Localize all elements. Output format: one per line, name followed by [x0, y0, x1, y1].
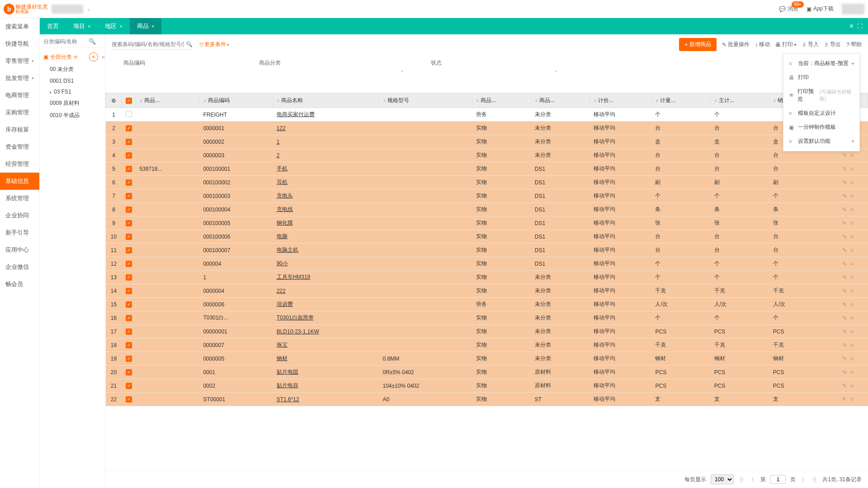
first-page-button[interactable]: |⟨ — [738, 476, 745, 483]
more-row-icon[interactable]: ⌗ — [850, 274, 854, 281]
row-checkbox-cell[interactable]: ✓ — [122, 176, 136, 189]
cell-name[interactable]: 钢化膜 — [273, 216, 379, 230]
filter-category-select[interactable]: ⌄ — [259, 68, 404, 75]
print-menu-current[interactable]: ⌗当前：商品标签-预置▾ — [783, 56, 859, 70]
cell-name[interactable]: 贴片电容 — [273, 379, 379, 393]
table-row[interactable]: 13✓1工具车HM318实物未分类移动平均个个个✎⌗ — [106, 271, 868, 284]
sidebar-item-搜索菜单[interactable]: 搜索菜单 — [0, 18, 39, 35]
sidebar-item-库存核算[interactable]: 库存核算 — [0, 121, 39, 138]
cell-name[interactable]: 手机 — [273, 162, 379, 176]
prev-page-button[interactable]: ⟨ — [750, 476, 756, 483]
close-icon[interactable]: × — [151, 23, 154, 29]
col-a[interactable]: ⇵商品... — [472, 94, 531, 108]
category-node[interactable]: 0009 原材料 — [43, 97, 105, 109]
print-menu-print[interactable]: 🖶打印 — [783, 70, 859, 84]
more-row-icon[interactable]: ⌗ — [850, 166, 854, 172]
filter-code-input[interactable] — [123, 68, 232, 75]
close-tab-icon[interactable]: × — [849, 22, 854, 30]
cell-name[interactable]: 培训费 — [273, 298, 379, 311]
col-spec[interactable]: ⇵规格型号 — [379, 94, 472, 108]
fullscreen-icon[interactable]: ⛶ — [857, 23, 863, 29]
col-name[interactable]: ⇵商品名称 — [273, 94, 379, 108]
row-checkbox-cell[interactable]: ✓ — [122, 338, 136, 352]
print-menu-template-custom[interactable]: ⌗模板自定义设计 — [783, 106, 859, 120]
cell-name[interactable]: 2 — [273, 149, 379, 162]
sidebar-item-基础信息[interactable]: 基础信息 — [0, 173, 39, 190]
edit-row-icon[interactable]: ✎ — [842, 234, 847, 240]
chevron-down-icon[interactable]: ⌄ — [87, 6, 90, 11]
cell-name[interactable]: 90小 — [273, 257, 379, 271]
new-product-button[interactable]: + 新增商品 — [679, 38, 717, 51]
edit-row-icon[interactable]: ✎ — [842, 274, 847, 281]
col-barcode[interactable]: ⇵商品... — [136, 94, 200, 108]
edit-row-icon[interactable]: ✎ — [842, 301, 847, 308]
col-gear[interactable]: ⚙ — [106, 94, 122, 108]
last-page-button[interactable]: ⟩| — [811, 476, 818, 483]
batch-button[interactable]: ✎批量操作 — [722, 41, 750, 48]
refresh-icon[interactable]: ⟳ — [74, 55, 77, 60]
cell-name[interactable]: 工具车HM318 — [273, 271, 379, 284]
sidebar-item-企业微信[interactable]: 企业微信 — [0, 258, 39, 276]
row-checkbox-cell[interactable]: ✓ — [122, 366, 136, 379]
table-row[interactable]: 20✓0001贴片电阻0R±5% 0402实物原材料移动平均PCSPCSPCS✎… — [106, 366, 868, 379]
row-checkbox-cell[interactable]: ✓ — [122, 325, 136, 338]
table-row[interactable]: 21✓0002贴片电容104±10% 0402实物原材料移动平均PCSPCSPC… — [106, 379, 868, 393]
col-code[interactable]: ⇵商品编码 — [199, 94, 273, 108]
table-row[interactable]: 17✓00000001BLD10-23-1.1KW实物未分类移动平均PCSPCS… — [106, 325, 868, 338]
more-row-icon[interactable]: ⌗ — [850, 247, 854, 253]
tab-首页[interactable]: 首页 — [40, 18, 66, 34]
cell-name[interactable]: 1 — [273, 135, 379, 149]
import-button[interactable]: ⇩导入 — [802, 41, 819, 48]
table-row[interactable]: 5✓539718...000100001手机实物DS1移动平均台台台✎⌗ — [106, 162, 868, 176]
more-row-icon[interactable]: ⌗ — [850, 356, 854, 362]
col-e[interactable]: ⇵主计... — [711, 94, 769, 108]
table-row[interactable]: 18✓0000007珠宝实物未分类移动平均千克千克千克✎⌗ — [106, 338, 868, 352]
row-checkbox-cell[interactable]: ✓ — [122, 257, 136, 271]
more-row-icon[interactable]: ⌗ — [850, 383, 854, 389]
sidebar-item-批发管理[interactable]: 批发管理▾ — [0, 70, 39, 87]
search-icon[interactable]: 🔍 — [186, 41, 193, 47]
row-checkbox-cell[interactable]: ✓ — [122, 284, 136, 298]
category-search-input[interactable] — [43, 38, 89, 45]
cell-name[interactable]: 电脑主机 — [273, 244, 379, 257]
print-menu-preview[interactable]: 👁打印预览(可编辑当前模板) — [783, 84, 859, 106]
filter-status-select[interactable]: ⌄ — [431, 68, 557, 75]
table-row[interactable]: 1FREIGHT电商买家付运费劳务未分类移动平均个个✎⌗ — [106, 108, 868, 122]
edit-row-icon[interactable]: ✎ — [842, 166, 847, 172]
cell-name[interactable]: 电脑 — [273, 230, 379, 244]
more-row-icon[interactable]: ⌗ — [850, 206, 854, 213]
print-menu-set-default[interactable]: ⌗设置默认功能▾ — [783, 134, 859, 148]
print-menu-one-min[interactable]: ▣一分钟制作模板 — [783, 120, 859, 134]
cell-name[interactable]: 222 — [273, 284, 379, 298]
category-node[interactable]: 0001 DS1 — [43, 75, 105, 86]
col-select-all[interactable]: ✓ — [122, 94, 136, 108]
collapse-icon[interactable]: « — [102, 54, 105, 60]
more-row-icon[interactable]: ⌗ — [850, 369, 854, 375]
row-checkbox-cell[interactable]: ✓ — [122, 122, 136, 135]
row-checkbox-cell[interactable]: ✓ — [122, 230, 136, 244]
tab-商品[interactable]: 商品× — [130, 18, 161, 34]
row-checkbox-cell[interactable]: ✓ — [122, 311, 136, 325]
sidebar-item-应用中心[interactable]: 应用中心 — [0, 241, 39, 258]
row-checkbox-cell[interactable]: ✓ — [122, 298, 136, 311]
table-row[interactable]: 3✓00000021实物未分类移动平均盒盒盒✎⌗ — [106, 135, 868, 149]
row-checkbox-cell[interactable]: ✓ — [122, 393, 136, 406]
edit-row-icon[interactable]: ✎ — [842, 328, 847, 335]
table-row[interactable]: 22✓ST00001ST1.6*12A0实物ST移动平均支支支✎⌗ — [106, 393, 868, 406]
row-checkbox-cell[interactable]: ✓ — [122, 352, 136, 366]
help-button[interactable]: ?帮助 — [846, 41, 862, 48]
col-c[interactable]: ⇵计价... — [590, 94, 652, 108]
more-row-icon[interactable]: ⌗ — [850, 342, 854, 348]
row-checkbox-cell[interactable]: ✓ — [122, 135, 136, 149]
user-avatar-blurred[interactable] — [842, 4, 864, 14]
table-row[interactable]: 11✓000100007电脑主机实物DS1移动平均台台台✎⌗ — [106, 244, 868, 257]
table-row[interactable]: 8✓000100004充电线实物DS1移动平均条条条✎⌗ — [106, 203, 868, 216]
cell-name[interactable]: 充电头 — [273, 189, 379, 203]
per-page-select[interactable]: 100 — [711, 474, 734, 484]
cell-name[interactable]: 耳机 — [273, 176, 379, 189]
sidebar-item-零售管理[interactable]: 零售管理▾ — [0, 52, 39, 70]
next-page-button[interactable]: ⟩ — [800, 476, 806, 483]
cell-name[interactable]: 贴片电阻 — [273, 366, 379, 379]
row-checkbox-cell[interactable]: ✓ — [122, 244, 136, 257]
cell-name[interactable]: BLD10-23-1.1KW — [273, 325, 379, 338]
